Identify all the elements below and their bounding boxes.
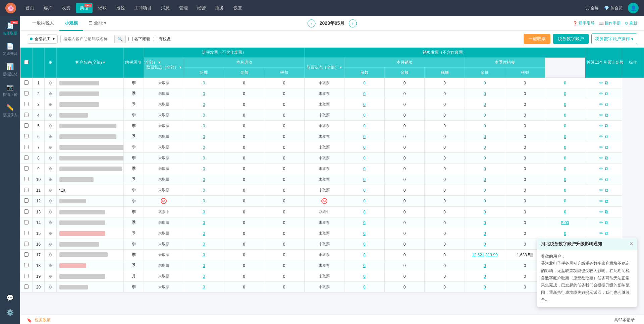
row-check[interactable] <box>20 78 33 88</box>
row-checkbox[interactable] <box>24 188 29 192</box>
row-checkbox[interactable] <box>24 284 29 289</box>
row-check[interactable] <box>20 142 33 153</box>
logo[interactable]: 🌸 <box>5 3 16 13</box>
sidebar-item-scan-upload[interactable]: 📷 扫描上传 <box>0 80 20 101</box>
row-check[interactable] <box>20 121 33 131</box>
edit-icon[interactable]: ✏ <box>599 155 603 160</box>
row-settings[interactable]: ⚙ <box>45 164 57 174</box>
th-settings[interactable]: ⚙ <box>45 48 57 78</box>
cumul-link[interactable]: 0 <box>564 102 566 107</box>
in-count-link[interactable]: 0 <box>203 242 205 247</box>
settings-icon[interactable]: ⚙ <box>49 188 52 193</box>
out-count-link[interactable]: 0 <box>363 274 366 279</box>
in-count-link[interactable]: 0 <box>203 199 205 203</box>
deduct-link[interactable]: 0 <box>484 220 486 225</box>
row-settings[interactable]: ⚙ <box>45 78 57 88</box>
out-count-link[interactable]: 0 <box>363 134 366 139</box>
row-check[interactable] <box>20 185 33 196</box>
row-check[interactable] <box>20 88 33 99</box>
edit-icon[interactable]: ✏ <box>599 177 603 182</box>
deduct-link[interactable]: 0 <box>484 167 486 171</box>
out-count-link[interactable]: 0 <box>363 231 366 236</box>
edit-icon[interactable]: ✏ <box>599 91 603 96</box>
deduct-link[interactable]: 0 <box>484 91 486 96</box>
row-settings[interactable]: ⚙ <box>45 131 57 142</box>
copy-icon[interactable]: ⧉ <box>605 198 608 204</box>
row-settings[interactable]: ⚙ <box>45 185 57 196</box>
row-checkbox[interactable] <box>24 274 29 278</box>
in-count-link[interactable]: 0 <box>203 177 205 182</box>
member-btn[interactable]: 💎 购会员 <box>604 5 623 11</box>
sidebar-item-invoice-open[interactable]: 📄 发票开具 <box>0 39 20 60</box>
out-count-link[interactable]: 0 <box>363 285 366 289</box>
deduct-link[interactable]: 12,621,319.99 <box>472 253 498 257</box>
settings-icon[interactable]: ⚙ <box>49 156 52 160</box>
out-count-link[interactable]: 0 <box>363 188 366 193</box>
deduct-link[interactable]: 0 <box>484 156 486 160</box>
row-checkbox[interactable] <box>24 198 29 203</box>
in-count-link[interactable]: 0 <box>203 231 205 236</box>
nav-item-business[interactable]: 工商项目 <box>130 3 156 13</box>
row-checkbox[interactable] <box>24 134 29 138</box>
in-count-link[interactable]: 0 <box>203 145 205 150</box>
settings-icon[interactable]: ⚙ <box>49 134 52 139</box>
in-count-link[interactable]: 0 <box>203 220 205 225</box>
copy-icon[interactable]: ⧉ <box>605 187 608 193</box>
copy-icon[interactable]: ⧉ <box>605 112 608 118</box>
deduct-link[interactable]: 0 <box>484 177 486 182</box>
user-avatar[interactable]: 👤 <box>628 3 639 13</box>
settings-icon[interactable]: ⚙ <box>49 91 52 96</box>
row-settings[interactable]: ⚙ <box>45 174 57 185</box>
cumul-link[interactable]: 0 <box>564 177 566 182</box>
footer-policy-text[interactable]: 税务政策 <box>35 317 51 323</box>
edit-icon[interactable]: ✏ <box>599 80 603 85</box>
row-checkbox[interactable] <box>24 166 29 171</box>
sidebar-item-smart-ticket[interactable]: 🧾 智能取票 new <box>0 19 20 39</box>
deduct-link[interactable]: 0 <box>484 274 486 279</box>
in-count-link[interactable]: 0 <box>203 156 205 160</box>
deduct-link[interactable]: 0 <box>484 81 486 85</box>
row-checkbox[interactable] <box>24 220 29 224</box>
row-checkbox[interactable] <box>24 209 29 214</box>
in-count-link[interactable]: 0 <box>203 188 205 193</box>
deduct-link[interactable]: 0 <box>484 285 486 289</box>
in-count-link[interactable]: 0 <box>203 253 205 257</box>
settings-icon[interactable]: ⚙ <box>49 145 52 150</box>
row-check[interactable] <box>20 260 33 271</box>
tab-small-scale[interactable]: 小规模 <box>59 16 83 31</box>
manual-btn[interactable]: 📖 操作手册 <box>599 20 621 26</box>
row-settings[interactable]: ⚙ <box>45 110 57 121</box>
row-checkbox[interactable] <box>24 145 29 149</box>
row-settings[interactable]: ⚙ <box>45 99 57 110</box>
out-count-link[interactable]: 0 <box>363 199 366 203</box>
deduct-link[interactable]: 0 <box>484 188 486 193</box>
cumul-link[interactable]: 0 <box>564 167 566 171</box>
out-count-link[interactable]: 0 <box>363 81 366 85</box>
in-count-link[interactable]: 0 <box>203 134 205 139</box>
settings-icon[interactable]: ⚙ <box>49 124 52 128</box>
settings-icon[interactable]: ⚙ <box>49 253 52 257</box>
sidebar-bottom-icon1[interactable]: 💬 <box>4 292 16 304</box>
nav-item-billing[interactable]: 收费 <box>58 3 74 13</box>
settings-icon[interactable]: ⚙ <box>49 242 52 247</box>
tax-account-ops-btn[interactable]: 税务数字账户操作 ▾ <box>591 34 637 44</box>
row-checkbox[interactable] <box>24 242 29 246</box>
period-prev-btn[interactable]: ‹ <box>308 19 316 27</box>
row-checkbox[interactable] <box>24 231 29 235</box>
nav-item-customers[interactable]: 客户 <box>40 3 56 13</box>
th-period[interactable]: 纳税周期（全部） ▾ <box>124 48 144 78</box>
tab-all-in-one[interactable]: ☰ 全能 ▾ <box>83 16 112 31</box>
edit-icon[interactable]: ✏ <box>599 187 603 193</box>
edit-icon[interactable]: ✏ <box>599 112 603 118</box>
in-count-link[interactable]: 0 <box>203 91 205 96</box>
cumul-link[interactable]: 0 <box>564 210 566 214</box>
row-settings[interactable]: ⚙ <box>45 217 57 228</box>
row-check[interactable] <box>20 110 33 121</box>
nav-item-home[interactable]: 首页 <box>21 3 38 13</box>
deduct-link[interactable]: 0 <box>484 145 486 150</box>
sidebar-item-ticket-summary[interactable]: 📊 票据汇总 <box>0 60 20 80</box>
out-count-link[interactable]: 0 <box>363 145 366 150</box>
new-guide-btn[interactable]: ❓ 新手引导 <box>573 20 595 26</box>
nav-item-manage[interactable]: 管理 <box>175 3 192 13</box>
out-count-link[interactable]: 0 <box>363 210 366 214</box>
